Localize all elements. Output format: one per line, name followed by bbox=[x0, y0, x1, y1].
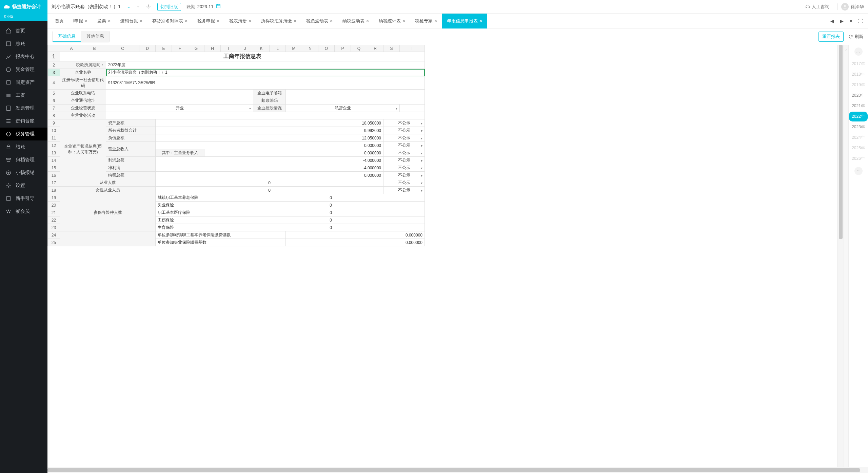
reset-button[interactable]: 重置报表 bbox=[818, 32, 844, 42]
row-header[interactable]: 17 bbox=[48, 179, 60, 187]
cell-dropdown[interactable]: 不公示 bbox=[383, 134, 425, 142]
col-header[interactable]: A bbox=[60, 45, 83, 52]
cell-dropdown[interactable]: 不公示 bbox=[383, 157, 425, 164]
row-header[interactable]: 22 bbox=[48, 216, 60, 224]
row-header[interactable]: 25 bbox=[48, 239, 60, 246]
col-header[interactable]: L bbox=[270, 45, 286, 52]
switch-old-button[interactable]: 切到旧版 bbox=[157, 3, 181, 11]
cell[interactable]: 18.050000 bbox=[156, 119, 383, 127]
row-header[interactable]: 13 bbox=[48, 149, 60, 157]
cell[interactable]: 0.000000 bbox=[156, 142, 383, 149]
subtab-basic[interactable]: 基础信息 bbox=[53, 31, 81, 42]
tab[interactable]: 税务申报✕ bbox=[193, 14, 224, 29]
refresh-button[interactable]: 刷新 bbox=[848, 34, 863, 40]
col-header[interactable]: M bbox=[286, 45, 302, 52]
year-item[interactable]: 2020年 bbox=[849, 91, 868, 100]
sidebar-item-archive[interactable]: 归档管理 bbox=[0, 153, 47, 166]
row-header[interactable]: 19 bbox=[48, 194, 60, 202]
cell[interactable] bbox=[106, 97, 253, 105]
add-account-icon[interactable]: ＋ bbox=[136, 4, 140, 10]
cell[interactable]: 0 bbox=[237, 202, 425, 209]
cell[interactable]: 9.992000 bbox=[156, 127, 383, 134]
tab[interactable]: 税表清册✕ bbox=[224, 14, 256, 29]
row-header[interactable]: 3 bbox=[48, 69, 60, 76]
cell[interactable] bbox=[106, 90, 253, 97]
col-header[interactable]: T bbox=[400, 45, 425, 52]
close-icon[interactable]: ✕ bbox=[107, 19, 111, 23]
tab[interactable]: 纳税统计表✕ bbox=[374, 14, 410, 29]
horizontal-scrollbar[interactable] bbox=[47, 467, 868, 473]
close-icon[interactable]: ✕ bbox=[402, 19, 406, 23]
cell[interactable]: 0 bbox=[237, 209, 425, 216]
row-header[interactable]: 12 bbox=[48, 142, 60, 149]
row-header[interactable]: 5 bbox=[48, 90, 60, 97]
cell[interactable]: 0 bbox=[237, 194, 425, 202]
cell[interactable] bbox=[106, 112, 425, 119]
row-header[interactable]: 6 bbox=[48, 97, 60, 105]
cell[interactable]: 91320811MA7NGR2W6R bbox=[106, 76, 425, 90]
sidebar-item-assets[interactable]: 固定资产 bbox=[0, 76, 47, 89]
cell-dropdown[interactable]: 不公示 bbox=[383, 172, 425, 179]
cell-dropdown[interactable]: 开业 bbox=[106, 105, 253, 112]
col-header[interactable]: Q bbox=[351, 45, 367, 52]
cell-dropdown[interactable]: 不公示 bbox=[383, 149, 425, 157]
subtab-other[interactable]: 其他信息 bbox=[81, 31, 110, 42]
cell-dropdown[interactable]: 不公示 bbox=[383, 127, 425, 134]
row-header[interactable]: 23 bbox=[48, 224, 60, 231]
col-header[interactable]: K bbox=[253, 45, 270, 52]
year-scroll-down-icon[interactable]: ﹀ bbox=[854, 167, 863, 175]
col-header[interactable]: O bbox=[318, 45, 335, 52]
close-icon[interactable]: ✕ bbox=[184, 19, 188, 23]
tab-close-all-icon[interactable]: ✕ bbox=[846, 16, 856, 26]
tab-prev-icon[interactable]: ◀ bbox=[827, 16, 837, 26]
close-icon[interactable]: ✕ bbox=[479, 19, 482, 23]
account-dropdown-icon[interactable]: ⌄ bbox=[127, 4, 131, 9]
col-header[interactable]: C bbox=[106, 45, 139, 52]
cell[interactable]: 0 bbox=[237, 216, 425, 224]
cell[interactable] bbox=[400, 105, 425, 112]
close-icon[interactable]: ✕ bbox=[330, 19, 333, 23]
year-scroll-up-icon[interactable]: ︿ bbox=[854, 48, 863, 56]
year-item[interactable]: 2021年 bbox=[849, 101, 868, 111]
row-header[interactable]: 18 bbox=[48, 187, 60, 194]
user-menu[interactable]: 徐泽华 bbox=[841, 3, 864, 11]
close-icon[interactable]: ✕ bbox=[139, 19, 143, 23]
account-settings-icon[interactable] bbox=[146, 3, 151, 10]
col-header[interactable]: H bbox=[204, 45, 221, 52]
cell[interactable]: -4.000000 bbox=[156, 157, 383, 164]
tab[interactable]: 进销台账✕ bbox=[116, 14, 147, 29]
year-item[interactable]: 2022年 bbox=[849, 112, 868, 121]
col-header[interactable]: R bbox=[367, 45, 383, 52]
close-icon[interactable]: ✕ bbox=[84, 19, 88, 23]
col-header[interactable]: D bbox=[139, 45, 156, 52]
cell[interactable]: 12.050000 bbox=[156, 134, 383, 142]
row-header[interactable]: 1 bbox=[48, 52, 60, 61]
col-header[interactable]: G bbox=[188, 45, 204, 52]
row-header[interactable]: 21 bbox=[48, 209, 60, 216]
row-header[interactable]: 20 bbox=[48, 202, 60, 209]
col-header[interactable]: F bbox=[172, 45, 188, 52]
row-header[interactable]: 14 bbox=[48, 157, 60, 164]
cell[interactable] bbox=[286, 97, 425, 105]
row-header[interactable]: 8 bbox=[48, 112, 60, 119]
consult-button[interactable]: 人工咨询 bbox=[805, 4, 829, 10]
cell-dropdown[interactable]: 不公示 bbox=[383, 187, 425, 194]
tab[interactable]: 所得税汇算清缴✕ bbox=[256, 14, 301, 29]
cell-dropdown[interactable]: 不公示 bbox=[383, 142, 425, 149]
tab[interactable]: 存货别名对照表✕ bbox=[147, 14, 193, 29]
tab[interactable]: 纳税波动表✕ bbox=[338, 14, 374, 29]
col-header[interactable]: S bbox=[383, 45, 400, 52]
cell[interactable]: 0 bbox=[237, 224, 425, 231]
close-icon[interactable]: ✕ bbox=[434, 19, 437, 23]
fullscreen-icon[interactable]: ⛶ bbox=[856, 16, 865, 26]
sidebar-item-vip[interactable]: 畅会员 bbox=[0, 205, 47, 218]
row-header[interactable]: 7 bbox=[48, 105, 60, 112]
row-header[interactable]: 15 bbox=[48, 164, 60, 172]
close-icon[interactable]: ✕ bbox=[248, 19, 252, 23]
tab-next-icon[interactable]: ▶ bbox=[837, 16, 846, 26]
sidebar-item-close[interactable]: 结账 bbox=[0, 140, 47, 153]
tab[interactable]: 首页 bbox=[50, 14, 68, 29]
row-header[interactable]: 4 bbox=[48, 76, 60, 90]
row-header[interactable]: 11 bbox=[48, 134, 60, 142]
cell[interactable] bbox=[286, 90, 425, 97]
